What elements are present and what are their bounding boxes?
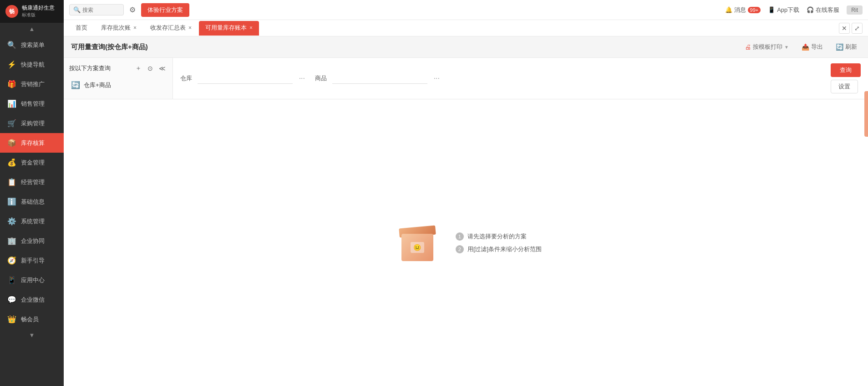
settings-icon[interactable]: ⚙ (127, 4, 137, 16)
warehouse-input[interactable] (198, 73, 293, 84)
tab-expand-button[interactable]: ⤢ (852, 23, 863, 34)
query-actions: 查询 设置 (831, 63, 861, 93)
tab-close-current-button[interactable]: ✕ (839, 23, 850, 34)
empty-hints: 1 请先选择要分析的方案 2 用[过滤]条件来缩小分析范围 (456, 232, 542, 253)
money-icon: 💰 (7, 158, 16, 167)
sidebar-item-sales[interactable]: 📊 销售管理 (0, 94, 64, 113)
empty-illustration: 😐 (390, 216, 445, 270)
filter-row: 仓库 ··· 商品 ··· 查询 设置 (180, 63, 861, 93)
tab-close-available[interactable]: × (249, 25, 253, 31)
scheme-panel-header: 按以下方案查询 ＋ ⊙ ≪ (64, 62, 173, 77)
empty-box-icon: 😐 (397, 225, 438, 261)
chat-icon: 💬 (7, 295, 16, 304)
sidebar-header: 畅 畅康通好生意 标准版 (0, 0, 64, 23)
warehouse-filter-field: 仓库 ··· (180, 73, 308, 84)
page-header-actions: 🖨 按模板打印 ▼ 📤 导出 🔄 刷新 (741, 41, 861, 53)
scheme-settings-button[interactable]: ⊙ (145, 63, 155, 73)
sidebar-company-name: 畅康通好生意 (22, 5, 55, 12)
tab-summary[interactable]: 收发存汇总表 × (144, 21, 198, 36)
search-icon: 🔍 (7, 41, 16, 49)
sidebar-item-member[interactable]: 👑 畅会员 (0, 309, 64, 329)
scheme-panel-actions: ＋ ⊙ ≪ (133, 63, 167, 73)
sidebar-item-appstore[interactable]: 📱 应用中心 (0, 270, 64, 290)
mobile-icon: 📱 (768, 6, 775, 13)
message-button[interactable]: 🔔 消息 99+ (725, 6, 761, 14)
box-face: 😐 (411, 242, 424, 253)
sidebar-item-shortcut[interactable]: ⚡ 快捷导航 (0, 55, 64, 74)
scheme-cycle-icon: 🔄 (71, 81, 80, 89)
sidebar-edition-badge: 标准版 (22, 12, 55, 18)
topbar-actions: 🔔 消息 99+ 📱 App下载 🎧 在线客服 Rit (725, 5, 863, 15)
gear-icon: ⚙️ (7, 217, 16, 226)
sidebar-item-wechat[interactable]: 💬 企业微信 (0, 290, 64, 309)
chevron-down-icon: ▼ (784, 45, 789, 50)
sidebar-item-search[interactable]: 🔍 搜索菜单 (0, 35, 64, 55)
compass-icon: 🧭 (7, 256, 16, 265)
sidebar-item-finance[interactable]: 💰 资金管理 (0, 153, 64, 172)
sidebar: 畅 畅康通好生意 标准版 ▲ 🔍 搜索菜单 ⚡ 快捷导航 🎁 营销推广 📊 销售… (0, 0, 64, 386)
phone-icon: 📱 (7, 276, 16, 284)
page-header: 可用量查询(按仓库+商品) 🖨 按模板打印 ▼ 📤 导出 🔄 刷新 (64, 36, 868, 58)
clipboard-icon: 📋 (7, 178, 16, 186)
add-scheme-button[interactable]: ＋ (133, 63, 143, 73)
query-area: 按以下方案查询 ＋ ⊙ ≪ 🔄 仓库+商品 仓库 (64, 58, 868, 99)
industry-solution-button[interactable]: 体验行业方案 (141, 3, 189, 17)
printer-icon: 🖨 (745, 43, 751, 51)
sidebar-item-operation[interactable]: 📋 经营管理 (0, 172, 64, 192)
box-body: 😐 (401, 234, 433, 261)
sidebar-scroll-up[interactable]: ▲ (0, 23, 64, 35)
print-button[interactable]: 🖨 按模板打印 ▼ (741, 41, 792, 53)
tab-batch[interactable]: 库存批次账 × (95, 21, 143, 36)
search-icon: 🔍 (73, 6, 81, 13)
headset-icon: 🎧 (807, 6, 814, 13)
sidebar-item-marketing[interactable]: 🎁 营销推广 (0, 74, 64, 94)
app-download-button[interactable]: 📱 App下载 (768, 6, 799, 14)
tab-home[interactable]: 首页 (69, 21, 94, 36)
sidebar-item-purchase[interactable]: 🛒 采购管理 (0, 113, 64, 133)
sidebar-item-inventory[interactable]: 📦 库存核算 (0, 133, 64, 153)
message-badge: 99+ (748, 7, 761, 13)
topbar: 🔍 ⚙ 体验行业方案 🔔 消息 99+ 📱 App下载 🎧 在线客服 Rit (64, 0, 868, 20)
refresh-icon: 🔄 (836, 43, 843, 51)
box-icon: 📦 (7, 139, 16, 147)
export-icon: 📤 (802, 43, 809, 51)
bell-icon: 🔔 (725, 6, 732, 13)
product-more-button[interactable]: ··· (431, 73, 442, 83)
building-icon: 🏢 (7, 237, 16, 245)
export-button[interactable]: 📤 导出 (798, 41, 827, 53)
scheme-collapse-button[interactable]: ≪ (157, 63, 167, 73)
main-area: 🔍 ⚙ 体验行业方案 🔔 消息 99+ 📱 App下载 🎧 在线客服 Rit (64, 0, 868, 386)
page-title: 可用量查询(按仓库+商品) (71, 43, 148, 51)
filter-area: 仓库 ··· 商品 ··· 查询 设置 (173, 58, 868, 99)
sidebar-item-system[interactable]: ⚙️ 系统管理 (0, 211, 64, 231)
product-filter-field: 商品 ··· (315, 73, 442, 84)
empty-hint-2: 2 用[过滤]条件来缩小分析范围 (456, 245, 542, 253)
sidebar-scroll-down[interactable]: ▼ (0, 329, 64, 341)
lightning-icon: ⚡ (7, 60, 16, 69)
online-service-button[interactable]: 🎧 在线客服 (807, 6, 839, 14)
sidebar-item-basic[interactable]: ℹ️ 基础信息 (0, 192, 64, 211)
filter-settings-button[interactable]: 设置 (831, 80, 858, 93)
sidebar-logo: 畅 (5, 5, 18, 18)
refresh-button[interactable]: 🔄 刷新 (832, 41, 861, 53)
scheme-item-warehouse-product[interactable]: 🔄 仓库+商品 (64, 77, 173, 93)
query-button[interactable]: 查询 (831, 63, 861, 77)
topbar-search-input[interactable] (82, 7, 119, 13)
page-content: 可用量查询(按仓库+商品) 🖨 按模板打印 ▼ 📤 导出 🔄 刷新 (64, 36, 868, 386)
tab-available[interactable]: 可用量库存账本 × (199, 21, 259, 36)
sidebar-item-newbie[interactable]: 🧭 新手引导 (0, 251, 64, 270)
user-avatar[interactable]: Rit (847, 5, 863, 15)
warehouse-more-button[interactable]: ··· (296, 73, 308, 83)
tab-close-summary[interactable]: × (188, 25, 192, 31)
product-input[interactable] (332, 73, 427, 84)
gift-icon: 🎁 (7, 80, 16, 88)
sidebar-item-enterprise[interactable]: 🏢 企业协同 (0, 231, 64, 251)
scheme-panel: 按以下方案查询 ＋ ⊙ ≪ 🔄 仓库+商品 (64, 58, 173, 99)
empty-state: 😐 1 请先选择要分析的方案 2 用[过滤]条件来缩小分析范围 (64, 99, 868, 386)
tab-close-batch[interactable]: × (133, 25, 137, 31)
topbar-search-box[interactable]: 🔍 (69, 4, 124, 15)
chart-icon: 📊 (7, 99, 16, 108)
right-scroll-indicator (864, 91, 868, 137)
tabs-bar: 首页 库存批次账 × 收发存汇总表 × 可用量库存账本 × ✕ ⤢ (64, 20, 868, 36)
crown-icon: 👑 (7, 315, 16, 324)
